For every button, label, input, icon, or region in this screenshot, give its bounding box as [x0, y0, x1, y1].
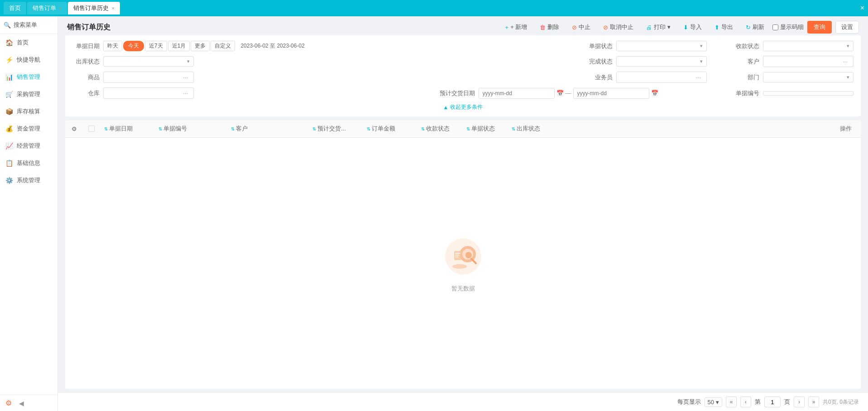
customer-dots-icon[interactable]: ··· [841, 58, 849, 65]
order-status-arrow-icon: ▾ [700, 43, 703, 49]
order-number-label: 单据编号 [732, 89, 759, 97]
th-delivery-sort-icon: ⇅ [312, 126, 316, 131]
department-label: 部门 [732, 73, 759, 82]
empty-text: 暂无数据 [451, 285, 475, 293]
date-range-text: 2023-06-02 至 2023-06-02 [240, 42, 304, 50]
calendar-from-icon[interactable]: 📅 [556, 90, 564, 97]
complete-status-select[interactable]: ▾ [616, 56, 707, 67]
table-select-all-checkbox[interactable] [88, 126, 95, 132]
order-number-input[interactable] [763, 91, 854, 96]
payment-status-select[interactable]: ▾ [763, 41, 854, 51]
sales-icon: 📊 [5, 73, 13, 81]
th-amount-sort-icon: ⇅ [367, 126, 370, 131]
sidebar-item-system[interactable]: ⚙️ 系统管理 [0, 172, 58, 189]
warehouse-select[interactable]: ··· [103, 87, 194, 99]
date-btn-more[interactable]: 更多 [191, 41, 210, 51]
th-order-status[interactable]: ⇅ 单据状态 [462, 125, 507, 133]
date-separator: — [566, 90, 571, 97]
search-icon: 🔍 [4, 22, 11, 29]
tab-sales-order[interactable]: 销售订单 × [27, 2, 67, 15]
date-btn-yesterday[interactable]: 昨天 [103, 41, 122, 51]
display-cols-toggle[interactable]: 显示码细 [772, 23, 804, 31]
page-label-prefix: 第 [755, 398, 761, 406]
quick-nav-icon: ⚡ [5, 56, 13, 63]
warehouse-dots-icon[interactable]: ··· [181, 90, 190, 97]
date-btn-custom[interactable]: 自定义 [211, 41, 235, 51]
date-btn-7days[interactable]: 近7天 [145, 41, 167, 51]
th-number[interactable]: ⇅ 单据编号 [154, 125, 226, 133]
print-button[interactable]: 🖨 打印 ▾ [642, 21, 675, 33]
salesperson-select[interactable]: ··· [616, 72, 707, 83]
page-label-suffix: 页 [784, 398, 790, 406]
customer-select[interactable]: ··· [763, 56, 854, 67]
product-select[interactable]: ··· [103, 72, 194, 83]
th-ship-status[interactable]: ⇅ 出库状态 [507, 125, 552, 133]
calendar-to-icon[interactable]: 📅 [651, 90, 658, 97]
print-icon: 🖨 [646, 24, 652, 31]
current-page-input[interactable] [764, 396, 781, 407]
date-btn-today[interactable]: 今天 [123, 41, 144, 51]
sidebar-collapse-icon[interactable]: ◀ [19, 400, 24, 407]
query-button[interactable]: 查询 [807, 21, 832, 34]
sidebar-item-inventory[interactable]: 📦 库存核算 [0, 103, 58, 120]
th-settings[interactable]: ⚙ [65, 125, 83, 133]
tab-sales-order-history-close[interactable]: × [111, 5, 114, 11]
sidebar-item-home[interactable]: 🏠 首页 [0, 34, 58, 51]
sidebar-settings-icon[interactable]: ⚙ [5, 399, 12, 407]
delete-button[interactable]: 🗑 删除 [535, 21, 564, 33]
stop-button[interactable]: ⊘ 中止 [567, 21, 595, 33]
tab-sales-order-history[interactable]: 销售订单历史 × [68, 2, 120, 15]
th-check[interactable] [83, 125, 100, 133]
th-customer[interactable]: ⇅ 客户 [226, 125, 308, 133]
per-page-select[interactable]: 50 ▾ [705, 397, 722, 407]
tab-home[interactable]: 首页 [4, 2, 26, 15]
first-page-button[interactable]: « [726, 396, 737, 407]
ship-status-select[interactable]: ▾ [103, 56, 194, 67]
tab-sales-order-history-label: 销售订单历史 [73, 4, 109, 12]
settings-button[interactable]: 设置 [835, 21, 859, 34]
tab-sales-order-close[interactable]: × [59, 5, 62, 11]
last-page-button[interactable]: » [808, 396, 819, 407]
product-dots-icon[interactable]: ··· [181, 74, 190, 81]
new-button[interactable]: + + 新增 [501, 21, 532, 33]
department-arrow-icon: ▾ [847, 74, 849, 80]
purchase-icon: 🛒 [5, 91, 13, 98]
th-pay-status[interactable]: ⇅ 收款状态 [417, 125, 462, 133]
pagination: 每页显示 50 ▾ « ‹ 第 页 › » 共0页, 0条记录 [58, 392, 868, 411]
order-status-select[interactable]: ▾ [616, 41, 707, 51]
sidebar-item-purchase[interactable]: 🛒 采购管理 [0, 86, 58, 103]
salesperson-dots-icon[interactable]: ··· [694, 74, 703, 81]
th-delivery[interactable]: ⇅ 预计交货... [308, 125, 362, 133]
delivery-date-from-input[interactable] [479, 88, 555, 99]
refresh-button[interactable]: ↻ 刷新 [741, 21, 769, 33]
delivery-date-group: 📅 — 📅 [479, 88, 716, 99]
delivery-date-to-input[interactable] [573, 88, 649, 99]
payment-status-label: 收款状态 [732, 42, 759, 50]
th-amount[interactable]: ⇅ 订单金额 [362, 125, 417, 133]
finance-icon: 💰 [5, 125, 13, 132]
sidebar-item-quick-nav[interactable]: ⚡ 快捷导航 [0, 51, 58, 68]
th-date[interactable]: ⇅ 单据日期 [100, 125, 154, 133]
department-select[interactable]: ▾ [763, 72, 854, 82]
display-cols-checkbox[interactable] [772, 24, 778, 30]
import-button[interactable]: ⬇ 导入 [679, 21, 706, 33]
sidebar-search[interactable]: 🔍 搜索菜单 [0, 16, 58, 34]
sidebar-item-basic-info-label: 基础信息 [17, 159, 40, 167]
collapse-filter-link[interactable]: ▲ 收起更多条件 [72, 103, 854, 111]
prev-page-button[interactable]: ‹ [740, 396, 751, 407]
sidebar-item-operations[interactable]: 📈 经营管理 [0, 137, 58, 155]
sidebar-item-finance[interactable]: 💰 资金管理 [0, 120, 58, 137]
warehouse-label: 仓库 [72, 89, 100, 97]
total-info: 共0页, 0条记录 [823, 398, 859, 406]
sidebar-item-home-label: 首页 [17, 39, 29, 47]
table-settings-icon[interactable]: ⚙ [72, 126, 77, 132]
close-window-icon[interactable]: × [860, 4, 864, 12]
sidebar-item-basic-info[interactable]: 📋 基础信息 [0, 155, 58, 172]
export-button[interactable]: ⬆ 导出 [710, 21, 738, 33]
filter-row-3: 商品 ··· 业务员 ··· 部门 ▾ [72, 72, 854, 83]
th-delivery-label: 预计交货... [317, 125, 346, 133]
cancel-stop-button[interactable]: ⊘ 取消中止 [599, 21, 638, 33]
date-btn-1month[interactable]: 近1月 [168, 41, 190, 51]
sidebar-item-sales[interactable]: 📊 销售管理 [0, 68, 58, 86]
next-page-button[interactable]: › [794, 396, 805, 407]
